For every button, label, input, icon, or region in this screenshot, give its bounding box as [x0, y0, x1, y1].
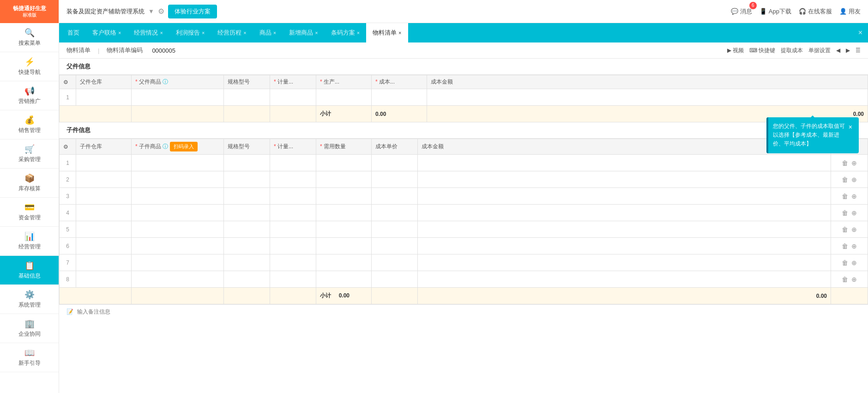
child-row-7-warehouse[interactable]: [76, 254, 132, 271]
shortcut-button[interactable]: ⌨ 快捷键: [749, 47, 775, 54]
online-service-button[interactable]: 🎧 在线客服: [799, 7, 832, 16]
sidebar-item-sales[interactable]: 💰 销售管理: [0, 110, 59, 139]
sidebar-item-system[interactable]: ⚙️ 系统管理: [0, 285, 59, 314]
close-tab-profit[interactable]: ×: [202, 30, 205, 36]
copy-row-8-button[interactable]: ⊕: [851, 276, 857, 283]
child-warehouse-5-input[interactable]: [76, 221, 131, 237]
delete-row-7-button[interactable]: 🗑: [842, 259, 848, 266]
child-row-1-product[interactable]: [132, 155, 224, 171]
child-product-3-input[interactable]: [132, 188, 223, 204]
child-row-5-unit[interactable]: [270, 221, 316, 238]
child-product-7-input[interactable]: [132, 254, 223, 271]
grid-view-button[interactable]: ☰: [856, 47, 861, 54]
child-row-6-spec[interactable]: [224, 238, 270, 254]
child-warehouse-8-input[interactable]: [76, 271, 131, 287]
child-row-7-product[interactable]: [132, 254, 224, 271]
child-unit-4-input[interactable]: [270, 205, 316, 221]
child-row-5-warehouse[interactable]: [76, 221, 132, 238]
copy-row-1-button[interactable]: ⊕: [851, 159, 857, 167]
sidebar-item-search[interactable]: 🔍 搜索菜单: [0, 23, 59, 52]
child-need-qty-2-input[interactable]: [316, 171, 371, 187]
child-row-5-spec[interactable]: [224, 221, 270, 238]
nav-next-button[interactable]: ▶: [846, 47, 850, 54]
tab-bom[interactable]: 物料清单 ×: [366, 23, 408, 42]
child-row-4-need-qty[interactable]: [316, 205, 372, 221]
child-row-3-spec[interactable]: [224, 188, 270, 205]
child-amount-4-input[interactable]: [418, 205, 831, 221]
parent-amount-input[interactable]: [427, 89, 868, 105]
child-row-7-unit-cost[interactable]: [372, 254, 418, 271]
child-row-3-warehouse[interactable]: [76, 188, 132, 205]
close-all-tabs[interactable]: ×: [855, 29, 866, 37]
child-unit-8-input[interactable]: [270, 271, 316, 287]
child-unit-cost-4-input[interactable]: [372, 205, 417, 221]
copy-row-3-button[interactable]: ⊕: [851, 193, 857, 200]
copy-row-6-button[interactable]: ⊕: [851, 242, 857, 250]
user-menu[interactable]: 👤 用友: [839, 7, 861, 16]
child-row-8-amount[interactable]: [418, 271, 831, 288]
extract-cost-button[interactable]: 提取成本: [781, 47, 803, 54]
child-warehouse-2-input[interactable]: [76, 171, 131, 187]
child-product-6-input[interactable]: [132, 238, 223, 254]
child-row-7-amount[interactable]: [418, 254, 831, 271]
child-row-3-unit-cost[interactable]: [372, 188, 418, 205]
close-tab-operations[interactable]: ×: [160, 30, 163, 36]
sidebar-item-finance[interactable]: 💳 资金管理: [0, 198, 59, 227]
child-need-qty-3-input[interactable]: [316, 188, 371, 204]
tab-operations[interactable]: 经营情况 ×: [127, 23, 169, 42]
copy-row-2-button[interactable]: ⊕: [851, 176, 857, 183]
tab-new-goods[interactable]: 新增商品 ×: [283, 23, 324, 42]
settings-icon[interactable]: ⚙: [158, 7, 164, 16]
note-input[interactable]: [77, 308, 861, 315]
sidebar-item-quick-nav[interactable]: ⚡ 快捷导航: [0, 52, 59, 81]
child-product-8-input[interactable]: [132, 271, 223, 287]
close-tab-goods[interactable]: ×: [273, 30, 276, 36]
child-unit-1-input[interactable]: [270, 155, 316, 171]
child-need-qty-1-input[interactable]: [316, 155, 371, 171]
child-amount-2-input[interactable]: [418, 171, 831, 187]
close-tab-history[interactable]: ×: [243, 30, 246, 36]
delete-row-8-button[interactable]: 🗑: [842, 276, 848, 283]
child-warehouse-7-input[interactable]: [76, 254, 131, 271]
delete-row-5-button[interactable]: 🗑: [842, 226, 848, 233]
child-row-7-unit[interactable]: [270, 254, 316, 271]
sidebar-item-enterprise[interactable]: 🏢 企业协同: [0, 314, 59, 343]
child-row-6-product[interactable]: [132, 238, 224, 254]
child-row-5-need-qty[interactable]: [316, 221, 372, 238]
child-row-6-unit[interactable]: [270, 238, 316, 254]
tab-barcode[interactable]: 条码方案 ×: [325, 23, 366, 42]
child-row-2-unit-cost[interactable]: [372, 171, 418, 188]
child-unit-cost-2-input[interactable]: [372, 171, 417, 187]
child-row-3-unit[interactable]: [270, 188, 316, 205]
breadcrumb-bom[interactable]: 物料清单: [66, 46, 90, 54]
child-row-4-product[interactable]: [132, 205, 224, 221]
child-row-6-need-qty[interactable]: [316, 238, 372, 254]
child-row-2-spec[interactable]: [224, 171, 270, 188]
child-unit-cost-3-input[interactable]: [372, 188, 417, 204]
child-row-6-unit-cost[interactable]: [372, 238, 418, 254]
child-warehouse-3-input[interactable]: [76, 188, 131, 204]
parent-row-1-cost[interactable]: [372, 89, 427, 106]
child-row-1-need-qty[interactable]: [316, 155, 372, 171]
child-row-3-amount[interactable]: [418, 188, 831, 205]
child-spec-3-input[interactable]: [224, 188, 270, 204]
copy-row-5-button[interactable]: ⊕: [851, 226, 857, 233]
app-download-button[interactable]: 📱 App下载: [760, 7, 791, 16]
child-row-8-product[interactable]: [132, 271, 224, 288]
tab-history[interactable]: 经营历程 ×: [211, 23, 253, 42]
parent-row-1-unit[interactable]: [270, 89, 316, 106]
child-amount-6-input[interactable]: [418, 238, 831, 254]
child-row-6-warehouse[interactable]: [76, 238, 132, 254]
child-row-1-warehouse[interactable]: [76, 155, 132, 171]
child-row-4-unit[interactable]: [270, 205, 316, 221]
close-tab-new-goods[interactable]: ×: [315, 30, 318, 36]
child-row-1-amount[interactable]: [418, 155, 831, 171]
child-row-1-spec[interactable]: [224, 155, 270, 171]
delete-row-6-button[interactable]: 🗑: [842, 242, 848, 250]
parent-spec-input[interactable]: [224, 89, 270, 105]
child-row-5-product[interactable]: [132, 221, 224, 238]
tab-home[interactable]: 首页: [61, 23, 86, 42]
child-spec-4-input[interactable]: [224, 205, 270, 221]
child-row-4-warehouse[interactable]: [76, 205, 132, 221]
trial-button[interactable]: 体验行业方案: [168, 5, 217, 18]
